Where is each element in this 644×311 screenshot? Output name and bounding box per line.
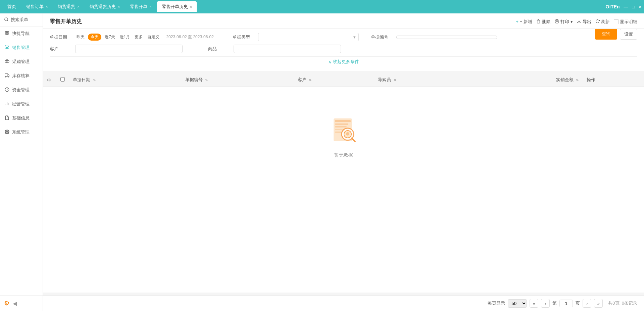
system-icon [5, 129, 9, 135]
tab-sales-return-history[interactable]: 销货退货历史 × [85, 1, 125, 12]
next-page-btn[interactable]: › [583, 299, 591, 308]
last-page-btn[interactable]: » [594, 299, 603, 308]
collapse-icon: ∧ [328, 59, 332, 64]
date-shortcut-more[interactable]: 更多 [133, 34, 144, 41]
delete-button[interactable]: 删除 [536, 19, 551, 25]
page-actions: + + 新增 删除 [516, 19, 637, 25]
window-close[interactable]: × [639, 4, 641, 9]
table-settings-icon[interactable]: ⚙ [47, 77, 51, 83]
date-shortcut-custom[interactable]: 自定义 [146, 34, 161, 41]
sort-doc-date-icon[interactable]: ⇅ [93, 78, 96, 82]
sidebar-item-label: 系统管理 [12, 129, 30, 135]
sidebar: 搜索采单 快捷导航 销售管理 [0, 13, 43, 311]
doc-type-select[interactable]: ▾ [258, 33, 359, 41]
sidebar-item-basic-info[interactable]: 基础信息 [0, 111, 43, 125]
sort-amount-icon[interactable]: ⇅ [576, 78, 579, 82]
data-table: ⚙ 单据日期 ⇅ 单据编号 ⇅ [43, 73, 644, 87]
add-icon: + [516, 19, 518, 24]
doc-no-input[interactable] [396, 36, 497, 39]
date-shortcut-today[interactable]: 今天 [88, 34, 101, 41]
search-icon [4, 17, 9, 23]
top-navigation: 首页 销售订单 × 销货退货 × 销货退货历史 × 零售开单 × 零售开单历史 … [0, 0, 644, 13]
date-shortcut-yesterday[interactable]: 昨天 [75, 34, 86, 41]
inventory-icon [5, 73, 9, 79]
sidebar-item-label: 快捷导航 [12, 31, 30, 37]
print-icon [555, 19, 559, 24]
col-amount[interactable]: 实销金额 ⇅ [470, 73, 583, 87]
filter-area: 单据日期 昨天 今天 近7天 近1月 更多 自定义 2023-06-02 至 2… [43, 29, 644, 71]
col-guide[interactable]: 导购员 ⇅ [374, 73, 470, 87]
date-shortcut-1month[interactable]: 近1月 [118, 34, 132, 41]
page-size-select[interactable]: 50 10 20 100 [508, 299, 527, 308]
collapse-conditions-btn[interactable]: ∧ 收起更多条件 [50, 56, 637, 67]
query-button[interactable]: 查询 [595, 29, 617, 40]
prev-page-btn[interactable]: ‹ [541, 299, 550, 308]
product-label: 商品 [208, 46, 228, 52]
refresh-button[interactable]: 刷新 [595, 19, 610, 25]
export-button[interactable]: 导出 [577, 19, 591, 25]
window-minimize[interactable]: — [624, 4, 628, 9]
settings-icon[interactable]: ⚙ [4, 300, 9, 307]
display-detail-checkbox[interactable] [614, 19, 618, 24]
col-doc-date[interactable]: 单据日期 ⇅ [69, 73, 181, 87]
date-shortcuts: 昨天 今天 近7天 近1月 更多 自定义 [75, 34, 161, 41]
sales-mgmt-icon [5, 45, 9, 51]
delete-icon [536, 19, 541, 24]
customer-input[interactable]: ... [75, 45, 183, 53]
sidebar-item-sales-mgmt[interactable]: 销售管理 [0, 41, 43, 55]
tab-retail-open[interactable]: 零售开单 × [125, 1, 156, 12]
print-button[interactable]: 打印 ▾ [555, 19, 573, 25]
sidebar-item-quick-nav[interactable]: 快捷导航 [0, 27, 43, 41]
close-tab-retail-open-history[interactable]: × [190, 5, 192, 9]
svg-rect-4 [7, 34, 9, 35]
svg-rect-14 [556, 21, 558, 23]
sidebar-item-label: 基础信息 [12, 115, 30, 121]
tab-home[interactable]: 首页 [3, 1, 21, 12]
sort-doc-no-icon[interactable]: ⇅ [205, 78, 208, 82]
export-icon [577, 19, 581, 24]
display-detail-btn[interactable]: 显示明细 [614, 19, 637, 25]
svg-point-13 [6, 131, 8, 133]
doc-no-label: 单据编号 [371, 34, 391, 40]
tab-retail-open-history[interactable]: 零售开单历史 × [157, 1, 197, 12]
sidebar-item-system[interactable]: 系统管理 [0, 125, 43, 139]
svg-rect-3 [7, 31, 9, 33]
sidebar-item-inventory[interactable]: 库存核算 [0, 69, 43, 83]
collapse-sidebar-icon[interactable]: ◀ [13, 300, 17, 307]
sidebar-item-purchase-mgmt[interactable]: 采购管理 [0, 55, 43, 69]
sidebar-item-operations[interactable]: 经营管理 [0, 97, 43, 111]
date-shortcut-7days[interactable]: 近7天 [103, 34, 116, 41]
sort-customer-icon[interactable]: ⇅ [309, 78, 311, 82]
add-button[interactable]: + + 新增 [516, 19, 532, 25]
tab-sales-order[interactable]: 销售订单 × [21, 1, 52, 12]
svg-rect-18 [335, 123, 348, 125]
filter-settings-button[interactable]: 设置 [620, 29, 637, 40]
sidebar-item-label: 销售管理 [12, 45, 30, 51]
close-tab-sales-return[interactable]: × [77, 5, 79, 9]
first-page-btn[interactable]: « [530, 299, 538, 308]
filter-row-1: 单据日期 昨天 今天 近7天 近1月 更多 自定义 2023-06-02 至 2… [50, 33, 637, 41]
col-checkbox [56, 73, 69, 87]
sidebar-search[interactable]: 搜索采单 [0, 13, 43, 27]
product-input[interactable]: ... [234, 45, 341, 53]
col-doc-no[interactable]: 单据编号 ⇅ [181, 73, 294, 87]
svg-point-25 [346, 132, 349, 136]
close-tab-sales-order[interactable]: × [46, 5, 48, 9]
col-actions: 操作 [583, 73, 644, 87]
sort-guide-icon[interactable]: ⇅ [394, 78, 396, 82]
window-maximize[interactable]: □ [632, 4, 635, 9]
empty-icon [327, 113, 360, 147]
close-tab-retail-open[interactable]: × [149, 5, 151, 9]
svg-point-8 [5, 76, 6, 77]
sidebar-item-finance[interactable]: 资金管理 [0, 83, 43, 97]
select-all-checkbox[interactable] [60, 77, 65, 82]
close-tab-sales-return-history[interactable]: × [118, 5, 120, 9]
sidebar-item-label: 经营管理 [12, 101, 30, 107]
col-customer[interactable]: 客户 ⇅ [294, 73, 374, 87]
svg-rect-17 [335, 120, 351, 122]
pagination-bar: 每页显示 50 10 20 100 « ‹ 第 页 › » 共0页, 0条记录 [43, 295, 644, 311]
tab-sales-return[interactable]: 销货退货 × [53, 1, 84, 12]
svg-line-24 [352, 138, 355, 142]
page-number-input[interactable] [559, 300, 573, 307]
svg-rect-19 [335, 126, 347, 127]
